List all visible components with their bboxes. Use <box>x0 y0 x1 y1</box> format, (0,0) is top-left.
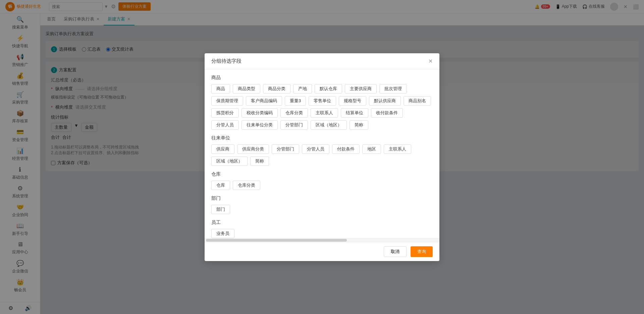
field-item-1-5[interactable]: 地区 <box>362 144 381 154</box>
field-item-0-3[interactable]: 产地 <box>293 84 312 93</box>
field-group-3: 部门部门 <box>211 195 433 214</box>
confirm-button[interactable]: 查询 <box>411 246 433 257</box>
field-item-0-2[interactable]: 商品分类 <box>263 84 290 93</box>
field-item-0-19[interactable]: 收付款条件 <box>371 108 403 118</box>
field-item-2-1[interactable]: 仓库分类 <box>233 181 260 190</box>
field-item-0-22[interactable]: 分管部门 <box>280 120 308 130</box>
field-item-0-1[interactable]: 商品类型 <box>233 84 260 93</box>
field-item-0-15[interactable]: 税收分类编码 <box>241 108 278 118</box>
scroll-thumb[interactable] <box>206 239 347 242</box>
field-group-0: 商品商品商品类型商品分类产地默认仓库主要供应商批次管理保质期管理客户商品编码重量… <box>211 75 433 130</box>
field-items-0: 商品商品类型商品分类产地默认仓库主要供应商批次管理保质期管理客户商品编码重量3零… <box>211 84 433 130</box>
field-item-1-8[interactable]: 简称 <box>250 156 269 166</box>
field-item-0-23[interactable]: 区域（地区） <box>311 120 347 130</box>
field-group-title-1: 往来单位 <box>211 135 433 141</box>
field-item-0-4[interactable]: 默认仓库 <box>315 84 342 93</box>
modal-title: 分组待选字段 <box>211 58 241 64</box>
modal-overlay: 分组待选字段 ✕ 商品商品商品类型商品分类产地默认仓库主要供应商批次管理保质期管… <box>0 0 644 314</box>
field-item-1-3[interactable]: 分管人员 <box>302 144 329 154</box>
field-item-0-6[interactable]: 批次管理 <box>379 84 407 93</box>
field-item-0-20[interactable]: 分管人员 <box>211 120 239 130</box>
field-group-title-0: 商品 <box>211 75 433 81</box>
field-group-4: 员工业务员 <box>211 219 433 238</box>
field-item-0-17[interactable]: 主联系人 <box>311 108 338 118</box>
field-group-1: 往来单位供应商供应商分类分管部门分管人员付款条件地区主联系人区域（地区）简称 <box>211 135 433 166</box>
field-item-0-0[interactable]: 商品 <box>211 84 230 93</box>
field-item-0-21[interactable]: 往来单位分类 <box>241 120 278 130</box>
field-item-0-16[interactable]: 仓库分类 <box>280 108 308 118</box>
field-item-4-0[interactable]: 业务员 <box>211 229 234 238</box>
field-item-1-0[interactable]: 供应商 <box>211 144 234 154</box>
field-item-0-13[interactable]: 商品别名 <box>404 96 431 106</box>
field-group-title-4: 员工 <box>211 219 433 226</box>
field-group-title-3: 部门 <box>211 195 433 201</box>
modal-header: 分组待选字段 ✕ <box>205 53 439 69</box>
field-item-0-24[interactable]: 简称 <box>350 120 368 130</box>
field-item-3-0[interactable]: 部门 <box>211 205 230 214</box>
field-items-1: 供应商供应商分类分管部门分管人员付款条件地区主联系人区域（地区）简称 <box>211 144 433 166</box>
field-item-0-11[interactable]: 规格型号 <box>339 96 366 106</box>
field-item-0-9[interactable]: 重量3 <box>285 96 306 106</box>
field-items-3: 部门 <box>211 205 433 214</box>
modal-body: 商品商品商品类型商品分类产地默认仓库主要供应商批次管理保质期管理客户商品编码重量… <box>205 69 439 239</box>
modal-footer: 取消 查询 <box>205 242 439 261</box>
modal-close-button[interactable]: ✕ <box>428 58 433 64</box>
field-item-1-1[interactable]: 供应商分类 <box>237 144 269 154</box>
field-item-0-18[interactable]: 结算单位 <box>341 108 368 118</box>
field-item-0-12[interactable]: 默认供应商 <box>369 96 401 106</box>
field-item-0-10[interactable]: 零售单位 <box>309 96 336 106</box>
field-item-2-0[interactable]: 仓库 <box>211 181 230 190</box>
field-item-1-6[interactable]: 主联系人 <box>384 144 411 154</box>
field-item-0-14[interactable]: 拣货积分 <box>211 108 239 118</box>
horizontal-scrollbar[interactable] <box>205 238 439 242</box>
field-item-1-4[interactable]: 付款条件 <box>332 144 360 154</box>
modal: 分组待选字段 ✕ 商品商品商品类型商品分类产地默认仓库主要供应商批次管理保质期管… <box>205 53 439 261</box>
field-items-2: 仓库仓库分类 <box>211 181 433 190</box>
field-item-0-5[interactable]: 主要供应商 <box>345 84 377 93</box>
field-group-title-2: 仓库 <box>211 171 433 177</box>
field-item-0-8[interactable]: 客户商品编码 <box>246 96 282 106</box>
field-item-1-2[interactable]: 分管部门 <box>272 144 299 154</box>
field-group-2: 仓库仓库仓库分类 <box>211 171 433 190</box>
field-items-4: 业务员 <box>211 229 433 238</box>
cancel-button[interactable]: 取消 <box>384 246 407 257</box>
field-item-0-7[interactable]: 保质期管理 <box>211 96 243 106</box>
field-item-1-7[interactable]: 区域（地区） <box>211 156 248 166</box>
